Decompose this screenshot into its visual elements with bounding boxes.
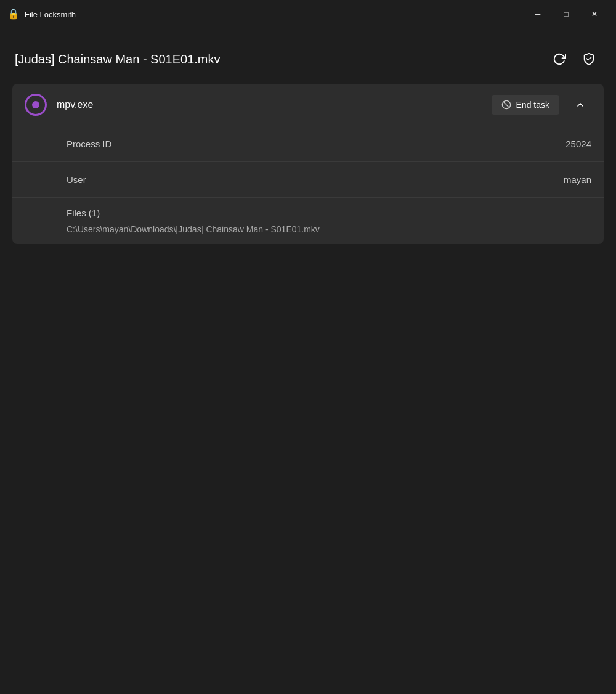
file-path: C:\Users\mayan\Downloads\[Judas] Chainsa…	[67, 224, 591, 234]
close-button[interactable]: ✕	[580, 4, 609, 24]
minimize-button[interactable]: ─	[524, 4, 552, 24]
file-name: [Judas] Chainsaw Man - S01E01.mkv	[15, 52, 221, 67]
user-row: User mayan	[12, 162, 604, 198]
app-title: File Locksmith	[25, 10, 524, 19]
chevron-up-icon	[575, 100, 585, 110]
shield-icon	[582, 52, 596, 66]
files-row: Files (1) C:\Users\mayan\Downloads\[Juda…	[12, 198, 604, 244]
process-card: mpv.exe End task Process ID 25024 User	[12, 84, 604, 244]
end-task-label: End task	[516, 100, 549, 110]
process-id-row: Process ID 25024	[12, 126, 604, 162]
file-header: [Judas] Chainsaw Man - S01E01.mkv	[12, 47, 604, 71]
header-actions	[547, 47, 601, 71]
svg-line-1	[503, 102, 509, 107]
title-bar: 🔒 File Locksmith ─ □ ✕	[0, 0, 616, 28]
window-controls: ─ □ ✕	[524, 4, 609, 24]
process-icon	[25, 94, 47, 116]
user-label: User	[67, 174, 86, 185]
shield-button[interactable]	[577, 47, 601, 71]
user-value: mayan	[564, 174, 591, 185]
app-icon: 🔒	[7, 8, 20, 20]
process-header-row: mpv.exe End task	[12, 84, 604, 126]
process-id-value: 25024	[565, 139, 591, 149]
end-task-button[interactable]: End task	[492, 95, 559, 115]
expand-button[interactable]	[569, 94, 591, 116]
files-label: Files (1)	[67, 208, 591, 218]
maximize-button[interactable]: □	[552, 4, 580, 24]
process-name: mpv.exe	[57, 99, 482, 110]
main-content: [Judas] Chainsaw Man - S01E01.mkv mpv.ex…	[0, 28, 616, 256]
refresh-button[interactable]	[547, 47, 572, 71]
process-id-label: Process ID	[67, 139, 111, 149]
end-task-icon	[501, 100, 511, 110]
refresh-icon	[553, 52, 566, 66]
